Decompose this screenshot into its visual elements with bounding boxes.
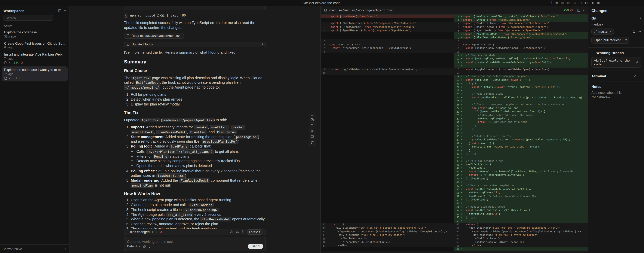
code-text: import { useState, useEffect, useRef, us…	[463, 15, 588, 18]
rows-icon[interactable]: ▤	[573, 1, 576, 4]
queue-icon[interactable]	[236, 230, 239, 234]
diff-marker: +	[460, 114, 463, 116]
diff-line-new: 44+ loadPlans();	[454, 166, 588, 170]
edit-icon[interactable]	[149, 245, 152, 248]
chevron-down-icon[interactable]: ▾	[624, 37, 629, 43]
code-text: import { useState } from "react";	[329, 15, 454, 18]
workspaces-sidebar: Workspaces ◫ + Active Explore the codeba…	[0, 6, 70, 253]
grid-icon[interactable]: ⊞	[567, 1, 570, 4]
line-number: 63	[454, 234, 460, 236]
workspace-item[interactable]: Install and integrate Vibe Kanban Web...…	[2, 51, 68, 66]
diff-line-new: 47+ }, [loadPlans]);	[454, 177, 588, 180]
line-number: 66	[454, 244, 460, 247]
play-icon[interactable]	[310, 129, 314, 132]
search-input[interactable]	[3, 15, 53, 21]
diff-line-new: 3import { ChatInterface } from "@/compon…	[454, 22, 588, 25]
diff-line-new: 9const Agent = () => {	[454, 43, 588, 46]
composer: Default ▾ Send	[124, 237, 266, 251]
close-icon[interactable]: ×	[583, 9, 585, 12]
todos-icon	[127, 43, 130, 46]
diff-line-new: 22+	[454, 88, 588, 92]
tool-result-chip[interactable]: Read medusa/src/pages/Agent.tsx	[124, 33, 184, 39]
workspace-item[interactable]: Explore the codebase35m ago	[2, 29, 68, 40]
model-selector[interactable]: Default ▾	[127, 244, 140, 248]
code-text: import { RightSidebar } from "@/componen…	[329, 26, 454, 28]
chevron-down-icon: ▾	[610, 30, 612, 33]
drag-handle[interactable]	[310, 115, 314, 116]
eye-icon[interactable]	[230, 230, 233, 234]
chevron-down-icon[interactable]: ▾	[640, 17, 641, 20]
send-button[interactable]: Send	[248, 244, 263, 249]
kanban-icon[interactable]: ▥	[561, 1, 564, 4]
branch-selector[interactable]: master ▾	[592, 28, 614, 34]
diff-line-new: 54+	[454, 202, 588, 205]
line-number: 32	[454, 124, 460, 127]
diff-marker: +	[460, 92, 463, 96]
workspace-item[interactable]: Explore the codebase I want you to ex...…	[2, 66, 68, 82]
split-view-icon[interactable]: ◫	[577, 9, 580, 12]
diff-line-old	[321, 120, 454, 124]
diff-line-old: 12 <div className="flex flex-col h-scree…	[321, 226, 454, 230]
diff-line-new: 21+ const allPlans = await invoke<PlanIt…	[454, 85, 588, 89]
attach-file-icon[interactable]	[143, 245, 146, 248]
diff-body[interactable]: 1-import { useState } from "react";2impo…	[321, 15, 588, 253]
workspace-item[interactable]: Create Good First Issues on Github So...…	[2, 40, 68, 51]
diff-line-old	[321, 180, 454, 184]
panel-right-icon[interactable]: ◨	[591, 1, 594, 4]
code-text: // New plan detected — open the modal	[463, 114, 588, 116]
line-number: 14	[321, 234, 327, 236]
code-text: </div>	[329, 244, 454, 247]
edit-branch-icon[interactable]	[636, 61, 638, 64]
message-input[interactable]	[127, 240, 263, 244]
code-text: import { PlanItem, PlanStatus } from "@/…	[463, 36, 588, 39]
panel-bottom-icon[interactable]: ▣	[597, 1, 600, 4]
copy-icon[interactable]	[310, 118, 314, 121]
code-text: try {	[463, 82, 588, 85]
line-number: 12	[454, 54, 460, 56]
add-workspace-button[interactable]: +	[64, 9, 66, 12]
clipboard-icon[interactable]	[310, 124, 314, 127]
diff-line-old	[321, 128, 454, 131]
chip-label: Read medusa/src/pages/Agent.tsx	[132, 34, 180, 38]
code-text: {sidebarOpen && <RightSidebar />}	[463, 240, 588, 244]
line-number: 56	[454, 209, 460, 212]
code-text: loadPlans(); // Refresh to update tracke…	[463, 195, 588, 198]
open-pr-label[interactable]: Open pull request	[592, 37, 624, 43]
diff-line-new: 35+ // Update tracked plan IDs	[454, 134, 588, 138]
line-number: 15	[454, 64, 460, 67]
changes-panel: Changes Git ▾ medusa master ▾ ↑ 1 ⋯ Open	[588, 6, 644, 253]
branch-icon[interactable]	[310, 140, 314, 144]
monitor-icon[interactable]	[310, 135, 314, 138]
open-pr-button[interactable]: Open pull request ▾	[592, 37, 629, 44]
chat-scroll-area[interactable]: npm run build 2>&1 | tail -80The build c…	[70, 6, 320, 228]
diff-line-old	[321, 145, 454, 149]
tool-call-row[interactable]: npm run build 2>&1 | tail -80	[124, 13, 266, 18]
list-icon[interactable]: ≣	[555, 1, 558, 4]
bullet-list: Calls invoke<PlanItem[]>('get_all_plans'…	[131, 149, 266, 168]
diff-line-new: 51+ setPendingPlan(null);	[454, 191, 588, 194]
more-menu-icon[interactable]: ⋯	[638, 30, 641, 33]
diff-line-new: 34+	[454, 131, 588, 134]
new-terminal-icon[interactable]: +	[639, 74, 641, 78]
working-branch-input[interactable]: vk/3ccf-explore-the-code	[592, 57, 641, 68]
diff-marker: +	[460, 103, 463, 106]
file-icon	[4, 61, 7, 64]
tool-result-chip[interactable]: Updated Todos▾	[124, 42, 266, 47]
expand-icon[interactable]: ↗	[634, 74, 636, 78]
columns-icon[interactable]: ◫	[579, 1, 582, 4]
diff-marker: +	[460, 156, 463, 159]
diff-line-new: 24+ const pendingPlans = allPlans.filter…	[454, 96, 588, 99]
refresh-icon[interactable]: ↻	[242, 230, 244, 234]
workspace-title: Explore the codebase	[4, 30, 65, 34]
line-number: 49	[454, 184, 460, 187]
view-archive-button[interactable]: View Archive	[4, 247, 22, 251]
diff-marker: +	[460, 64, 463, 67]
panel-toggle-icon[interactable]: ◫	[58, 9, 62, 12]
diff-line-new: 31+ break; // Only open one at a time	[454, 120, 588, 124]
line-number: 50	[454, 188, 460, 190]
pause-icon[interactable]: Ⅱ	[551, 1, 552, 4]
code-text: previousPlanIdsRef.current = new Set(pen…	[463, 138, 588, 141]
diff-version-dropdown[interactable]: Latest ▾	[247, 229, 263, 234]
line-number: 44	[454, 167, 460, 169]
panel-left-icon[interactable]: ◧	[585, 1, 588, 4]
